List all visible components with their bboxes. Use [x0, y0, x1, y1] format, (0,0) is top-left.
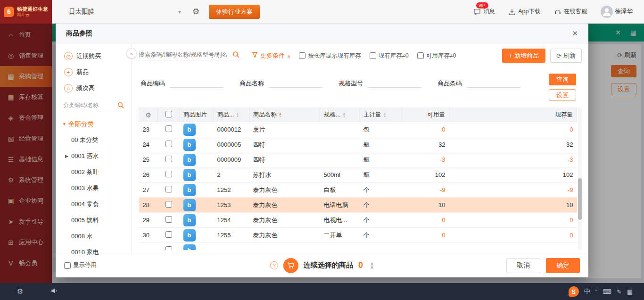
- username: 徐泽华: [615, 8, 633, 16]
- row-checkbox[interactable]: [165, 231, 172, 238]
- category-label: 0004 零食: [71, 200, 99, 208]
- category-search-input[interactable]: [63, 102, 112, 108]
- col-header-unit[interactable]: 主计量: [360, 108, 402, 122]
- col-header-spec[interactable]: 规格...: [320, 108, 360, 122]
- cancel-button[interactable]: 取消: [506, 258, 540, 273]
- refresh-button[interactable]: 刷新: [550, 49, 582, 63]
- toolbox-icon[interactable]: [627, 288, 633, 295]
- filter-field-label: 商品编码: [140, 79, 165, 88]
- product-search-input[interactable]: [139, 51, 232, 58]
- table-settings-icon[interactable]: [145, 111, 151, 119]
- filter-field-input[interactable]: [269, 78, 322, 88]
- stock-qty: 0: [449, 122, 577, 137]
- quick-filter-item[interactable]: ✦ 新品: [56, 64, 132, 80]
- row-number: 25: [139, 152, 158, 167]
- select-all-checkbox[interactable]: [165, 111, 172, 117]
- avatar: [601, 6, 613, 18]
- category-item[interactable]: 00 未分类: [56, 132, 132, 148]
- company-select[interactable]: 日太阳膜: [69, 8, 181, 16]
- row-checkbox[interactable]: [165, 246, 172, 250]
- taskbar-volume-icon[interactable]: [50, 287, 58, 296]
- filter-field: 商品名称: [239, 78, 322, 88]
- table-row[interactable]: 23 0000012 薯片 包 0 0: [139, 122, 577, 137]
- quick-filter-item[interactable]: ☆ 频次高: [56, 80, 132, 96]
- app-download-button[interactable]: App下载: [508, 8, 540, 16]
- more-conditions-toggle[interactable]: 更多条件: [252, 51, 290, 60]
- cart-icon[interactable]: [283, 258, 298, 273]
- col-header-image[interactable]: 商品图片: [180, 108, 214, 122]
- user-menu[interactable]: 徐泽华: [601, 6, 633, 18]
- filter-field-label: 商品名称: [239, 79, 264, 88]
- table-row[interactable]: 26 2 苏打水 500ml 瓶 102 102: [139, 167, 577, 183]
- confirm-button[interactable]: 确定: [546, 258, 580, 273]
- table-row[interactable]: 27 1252 泰力灰色 白板 个 -9 -9: [139, 183, 577, 198]
- stock-qty: -9: [449, 183, 577, 198]
- help-icon[interactable]: [270, 261, 278, 269]
- search-icon[interactable]: [117, 102, 124, 108]
- quick-filter-item[interactable]: ◷ 近期购买: [56, 48, 132, 64]
- search-icon[interactable]: [232, 51, 239, 58]
- product-code: 0000009: [214, 152, 249, 167]
- row-checkbox[interactable]: [165, 186, 172, 192]
- handwriting-icon[interactable]: [617, 288, 622, 295]
- table-row[interactable]: 29 1254 泰力灰色 电视电... 个 0 0: [139, 213, 577, 228]
- product-image: [183, 214, 196, 226]
- row-checkbox[interactable]: [165, 171, 172, 177]
- table-row[interactable]: 28 1253 泰力灰色 电话电脑 个 10 10: [139, 198, 577, 213]
- category-item[interactable]: ▶ 0001 酒水: [56, 148, 132, 164]
- filter-field-input[interactable]: [170, 78, 223, 88]
- product-name: 苏打水: [249, 167, 320, 183]
- row-checkbox[interactable]: [165, 156, 172, 162]
- online-service-button[interactable]: 在线客服: [554, 8, 587, 16]
- stock-filter-checkbox[interactable]: 按仓库显示现有库存: [299, 52, 361, 60]
- table-row[interactable]: 30 1255 泰力灰色 二开单 个 0 0: [139, 228, 577, 243]
- sogou-ime-icon[interactable]: [569, 286, 579, 297]
- available-qty: 0: [402, 213, 449, 228]
- settings-button[interactable]: 设置: [549, 89, 576, 101]
- keyboard-icon[interactable]: [603, 288, 611, 295]
- col-header-code[interactable]: 商品...: [214, 108, 249, 122]
- available-qty: 10: [402, 198, 449, 213]
- add-product-button[interactable]: 新增商品: [502, 49, 545, 63]
- scrollbar-thumb[interactable]: [578, 178, 582, 220]
- collapse-panel-button[interactable]: [126, 48, 137, 58]
- collapse-selection-icon[interactable]: [370, 262, 374, 269]
- punctuation-icon[interactable]: [595, 288, 597, 295]
- col-header-stock[interactable]: 现存量: [449, 108, 577, 122]
- top-settings-gear-icon[interactable]: [192, 7, 199, 17]
- sort-icon: [279, 112, 282, 118]
- product-image: [183, 139, 196, 151]
- product-table: 商品图片 商品... 商品名称 规格... 主计量 可用量 现存量 23: [139, 108, 582, 250]
- col-header-name[interactable]: 商品名称: [249, 108, 320, 122]
- col-header-available[interactable]: 可用量: [402, 108, 449, 122]
- filter-field-input[interactable]: [467, 78, 520, 88]
- modal-close-icon[interactable]: [572, 29, 578, 38]
- product-code: 1253: [214, 198, 249, 213]
- ime-mode-indicator[interactable]: 中: [584, 287, 590, 296]
- category-item[interactable]: 0005 饮料: [56, 212, 132, 228]
- stock-filter-checkbox[interactable]: 可用库存≠0: [417, 52, 456, 60]
- stock-filter-checkbox[interactable]: 现有库存≠0: [370, 52, 409, 60]
- row-checkbox[interactable]: [165, 216, 172, 223]
- product-code: 0000005: [214, 137, 249, 152]
- table-row[interactable]: 24 0000005 四特 瓶 32 32: [139, 137, 577, 152]
- query-button[interactable]: 查询: [549, 74, 576, 85]
- category-item[interactable]: 0008 水: [56, 228, 132, 244]
- category-item[interactable]: ▼ 全部分类: [56, 116, 132, 132]
- row-checkbox[interactable]: [165, 141, 172, 147]
- filter-field-input[interactable]: [368, 78, 421, 88]
- category-item[interactable]: 0003 水果: [56, 180, 132, 196]
- messages-button[interactable]: 99+ 消息: [473, 8, 495, 16]
- trial-plan-button[interactable]: 体验行业方案: [209, 5, 260, 19]
- product-image: [183, 229, 196, 242]
- vertical-scrollbar[interactable]: [578, 108, 582, 250]
- row-checkbox[interactable]: [165, 125, 172, 132]
- message-count-badge: 99+: [476, 2, 488, 8]
- category-item[interactable]: 0004 零食: [56, 196, 132, 212]
- taskbar-gear-icon[interactable]: [17, 287, 23, 296]
- category-item[interactable]: 0002 茶叶: [56, 164, 132, 180]
- table-row[interactable]: 25 0000009 四特 瓶 -3 -3: [139, 152, 577, 167]
- show-disabled-checkbox[interactable]: 显示停用: [64, 261, 97, 269]
- row-checkbox[interactable]: [165, 201, 172, 208]
- category-label: 0005 饮料: [71, 216, 99, 225]
